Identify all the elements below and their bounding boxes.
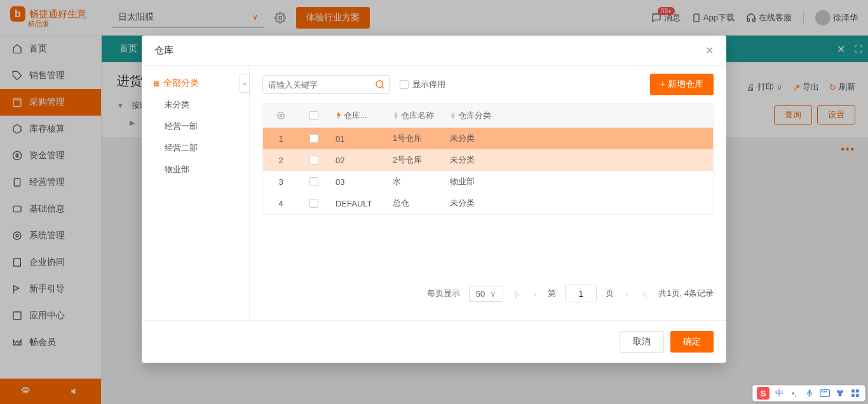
row-index: 2 <box>263 149 299 171</box>
cell-category: 未分类 <box>444 149 713 171</box>
add-warehouse-button[interactable]: + 新增仓库 <box>650 74 714 95</box>
ime-keyboard-icon[interactable] <box>819 387 831 399</box>
row-checkbox[interactable] <box>299 128 329 149</box>
ime-mic-icon[interactable] <box>804 387 815 399</box>
svg-rect-18 <box>824 391 825 393</box>
category-root[interactable]: ▦ 全部分类 <box>142 72 249 94</box>
modal-title: 仓库 <box>154 44 173 57</box>
table-row[interactable]: 2 02 2号仓库 未分类 <box>263 149 713 171</box>
svg-rect-20 <box>851 389 855 393</box>
first-page-icon[interactable]: |‹ <box>512 289 522 299</box>
page-summary: 共1页, 4条记录 <box>658 288 714 299</box>
chevron-down-icon: ∨ <box>490 289 496 299</box>
category-item[interactable]: 未分类 <box>142 94 249 116</box>
th-category[interactable]: ▲▼仓库分类 <box>444 104 713 127</box>
search-toolbar: 显示停用 + 新增仓库 <box>262 74 714 95</box>
grid-icon: ▦ <box>153 79 159 88</box>
svg-rect-17 <box>822 391 823 393</box>
row-checkbox[interactable] <box>299 149 329 171</box>
svg-point-15 <box>278 112 285 119</box>
cell-name: 2号仓库 <box>386 149 444 171</box>
category-item[interactable]: 经营一部 <box>142 116 249 137</box>
warehouse-modal: 仓库 ✕ « ▦ 全部分类 未分类 经营一部 经营二部 物业部 <box>142 36 726 363</box>
ime-lang-icon[interactable]: 中 <box>773 387 785 399</box>
row-index: 4 <box>263 192 299 214</box>
cell-name: 水 <box>386 171 444 192</box>
svg-rect-16 <box>820 390 830 397</box>
collapse-tree-icon[interactable]: « <box>240 74 250 93</box>
svg-rect-22 <box>851 394 855 397</box>
svg-point-14 <box>280 114 282 117</box>
select-all-checkbox[interactable] <box>299 104 329 127</box>
show-disabled-label: 显示停用 <box>412 79 445 90</box>
table-header: ▲▼仓库... ▲▼仓库名称 ▲▼仓库分类 <box>263 104 713 128</box>
ime-toolbar[interactable]: S 中 •, <box>752 385 865 401</box>
sort-icon: ▲▼ <box>393 112 399 119</box>
config-column-icon[interactable] <box>263 104 299 127</box>
table-row[interactable]: 4 DEFAULT 总仓 未分类 <box>263 192 713 214</box>
per-page-select[interactable]: 50 ∨ <box>469 286 503 302</box>
svg-rect-23 <box>856 394 859 397</box>
cell-code: 02 <box>329 149 386 171</box>
category-item[interactable]: 经营二部 <box>142 137 249 159</box>
page-suf-label: 页 <box>606 288 614 299</box>
cell-code: DEFAULT <box>329 192 386 214</box>
last-page-icon[interactable]: ›| <box>640 289 650 299</box>
svg-line-13 <box>382 86 384 88</box>
svg-rect-21 <box>856 389 859 393</box>
cancel-button[interactable]: 取消 <box>620 331 664 353</box>
table-row[interactable]: 3 03 水 物业部 <box>263 171 713 192</box>
ime-logo-icon: S <box>757 387 770 400</box>
cell-category: 物业部 <box>444 171 713 192</box>
page-pre-label: 第 <box>548 288 556 299</box>
cell-code: 01 <box>329 128 386 149</box>
th-name[interactable]: ▲▼仓库名称 <box>386 104 444 127</box>
category-root-label: 全部分类 <box>163 77 199 89</box>
table-row[interactable]: 1 01 1号仓库 未分类 <box>263 128 713 149</box>
row-checkbox[interactable] <box>299 192 329 214</box>
search-box <box>262 75 390 94</box>
prev-page-icon[interactable]: ‹ <box>531 289 539 299</box>
modal-header: 仓库 ✕ <box>142 36 726 66</box>
next-page-icon[interactable]: › <box>623 289 630 299</box>
search-icon[interactable] <box>375 79 385 90</box>
category-item[interactable]: 物业部 <box>142 159 249 180</box>
checkbox-icon <box>400 80 409 89</box>
row-index: 1 <box>263 128 299 149</box>
cell-category: 未分类 <box>444 128 713 149</box>
per-page-label: 每页显示 <box>427 288 460 299</box>
show-disabled-checkbox[interactable]: 显示停用 <box>400 79 445 90</box>
ime-toolbox-icon[interactable] <box>850 387 861 399</box>
category-tree: « ▦ 全部分类 未分类 经营一部 经营二部 物业部 <box>142 66 250 320</box>
svg-rect-19 <box>825 391 827 393</box>
row-checkbox[interactable] <box>299 171 329 192</box>
confirm-button[interactable]: 确定 <box>670 331 714 353</box>
cell-code: 03 <box>329 171 386 192</box>
row-index: 3 <box>263 171 299 192</box>
cell-name: 总仓 <box>386 192 444 214</box>
cell-category: 未分类 <box>444 192 713 214</box>
modal-body: « ▦ 全部分类 未分类 经营一部 经营二部 物业部 <box>142 66 726 320</box>
plus-icon: + <box>660 79 668 89</box>
pagination: 每页显示 50 ∨ |‹ ‹ 第 页 › ›| 共1页, 4条记录 <box>262 274 714 313</box>
sort-icon: ▲▼ <box>336 112 342 119</box>
search-input[interactable] <box>268 80 375 90</box>
close-icon[interactable]: ✕ <box>705 44 714 57</box>
warehouse-table: ▲▼仓库... ▲▼仓库名称 ▲▼仓库分类 1 01 1号仓库 未分类 2 <box>262 103 714 215</box>
ime-skin-icon[interactable] <box>834 387 846 399</box>
ime-punct-icon[interactable]: •, <box>789 387 800 399</box>
page-input[interactable] <box>565 285 597 302</box>
modal-overlay: 仓库 ✕ « ▦ 全部分类 未分类 经营一部 经营二部 物业部 <box>0 0 868 404</box>
svg-point-12 <box>376 81 383 88</box>
th-code[interactable]: ▲▼仓库... <box>329 104 386 127</box>
sort-icon: ▲▼ <box>450 112 456 119</box>
modal-main: 显示停用 + 新增仓库 ▲▼仓库... ▲▼仓库名称 ▲▼仓库分类 <box>250 66 726 320</box>
modal-footer: 取消 确定 <box>142 320 726 363</box>
cell-name: 1号仓库 <box>386 128 444 149</box>
